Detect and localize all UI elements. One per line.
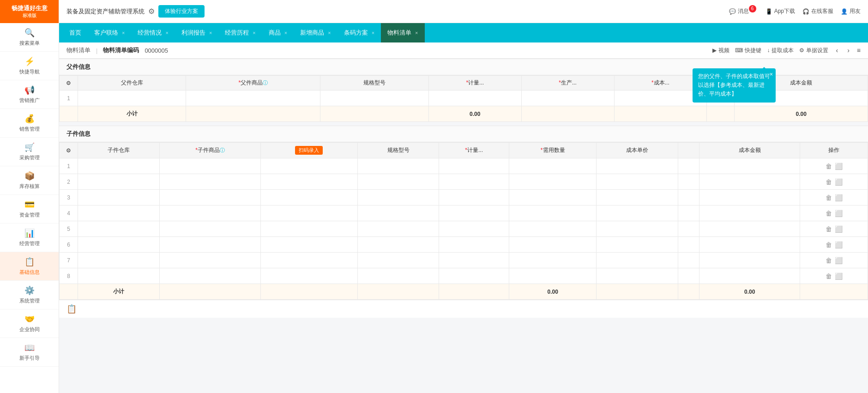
delete-icon[interactable]: 🗑 bbox=[826, 178, 832, 186]
prev-arrow[interactable]: ‹ bbox=[834, 47, 840, 54]
tab-close-1[interactable]: × bbox=[122, 30, 125, 36]
message-item[interactable]: 💬 消息 6 bbox=[729, 7, 758, 15]
delete-icon[interactable]: 🗑 bbox=[826, 257, 832, 264]
nav-tab-0[interactable]: 首页 bbox=[63, 23, 88, 42]
breadcrumb-item1[interactable]: 物料清单 bbox=[66, 46, 90, 54]
delete-icon[interactable]: 🗑 bbox=[826, 194, 832, 201]
scan-button[interactable]: 扫码录入 bbox=[295, 146, 323, 155]
child-spec-cell[interactable] bbox=[357, 158, 439, 174]
child-spec-cell[interactable] bbox=[357, 206, 439, 221]
child-unit-cell[interactable] bbox=[439, 237, 509, 253]
sidebar-item-purchase[interactable]: 🛒采购管理 bbox=[0, 138, 59, 166]
child-warehouse-cell[interactable] bbox=[78, 158, 160, 174]
sidebar-item-operation[interactable]: 📊经营管理 bbox=[0, 224, 59, 252]
gear-icon[interactable]: ⚙ bbox=[148, 7, 155, 16]
delete-icon[interactable]: 🗑 bbox=[826, 241, 832, 248]
delete-icon[interactable]: 🗑 bbox=[826, 272, 832, 280]
single-settings-btn[interactable]: ⚙ 单据设置 bbox=[799, 47, 828, 54]
bottom-icon[interactable]: 📋 bbox=[66, 304, 77, 314]
nav-tab-6[interactable]: 新增商品× bbox=[294, 23, 337, 42]
copy-icon[interactable]: ⬜ bbox=[835, 257, 843, 264]
child-warehouse-cell[interactable] bbox=[78, 206, 160, 221]
child-product-cell[interactable] bbox=[159, 158, 260, 174]
child-quantity-cell[interactable] bbox=[509, 237, 597, 253]
copy-icon[interactable]: ⬜ bbox=[835, 272, 843, 280]
nav-tab-4[interactable]: 经营历程× bbox=[218, 23, 262, 42]
child-product-cell[interactable] bbox=[159, 253, 260, 268]
next-arrow[interactable]: › bbox=[845, 47, 851, 54]
tab-close-3[interactable]: × bbox=[209, 30, 212, 36]
child-unit-cell[interactable] bbox=[439, 174, 509, 190]
nav-tab-1[interactable]: 客户联络× bbox=[88, 23, 131, 42]
nav-tab-3[interactable]: 利润报告× bbox=[175, 23, 218, 42]
app-download-item[interactable]: 📱 App下载 bbox=[766, 7, 795, 15]
child-unit-price-cell[interactable] bbox=[597, 268, 678, 284]
child-unit-cell[interactable] bbox=[439, 206, 509, 221]
child-unit-cell[interactable] bbox=[439, 221, 509, 237]
sidebar-item-finance[interactable]: 💳资金管理 bbox=[0, 195, 59, 224]
view-btn[interactable]: ▶ 视频 bbox=[712, 47, 729, 54]
child-product-cell[interactable] bbox=[159, 237, 260, 253]
child-unit-price-cell[interactable] bbox=[597, 221, 678, 237]
child-unit-price-cell[interactable] bbox=[597, 174, 678, 190]
child-spec-cell[interactable] bbox=[357, 253, 439, 268]
child-quantity-cell[interactable] bbox=[509, 174, 597, 190]
child-spec-cell[interactable] bbox=[357, 237, 439, 253]
child-quantity-cell[interactable] bbox=[509, 253, 597, 268]
copy-icon[interactable]: ⬜ bbox=[835, 194, 843, 201]
tab-close-7[interactable]: × bbox=[372, 30, 374, 36]
child-col-settings[interactable]: ⚙ bbox=[60, 143, 78, 158]
copy-icon[interactable]: ⬜ bbox=[835, 210, 843, 217]
child-product-cell[interactable] bbox=[159, 174, 260, 190]
child-quantity-cell[interactable] bbox=[509, 190, 597, 206]
tab-close-5[interactable]: × bbox=[284, 30, 287, 36]
sidebar-item-search[interactable]: 🔍搜索菜单 bbox=[0, 23, 59, 52]
child-product-cell[interactable] bbox=[159, 190, 260, 206]
nav-tab-2[interactable]: 经营情况× bbox=[131, 23, 175, 42]
child-unit-cell[interactable] bbox=[439, 158, 509, 174]
parent-col-settings[interactable]: ⚙ bbox=[60, 76, 78, 91]
child-unit-price-cell[interactable] bbox=[597, 237, 678, 253]
child-warehouse-cell[interactable] bbox=[78, 268, 160, 284]
copy-icon[interactable]: ⬜ bbox=[835, 178, 843, 186]
parent-warehouse-cell[interactable] bbox=[78, 91, 186, 106]
sidebar-item-basic[interactable]: 📋基础信息 bbox=[0, 252, 59, 281]
sidebar-item-collab[interactable]: 🤝企业协同 bbox=[0, 309, 59, 338]
trial-button[interactable]: 体验行业方案 bbox=[158, 5, 205, 18]
child-warehouse-cell[interactable] bbox=[78, 221, 160, 237]
parent-product-cell[interactable] bbox=[186, 91, 320, 106]
parent-spec-cell[interactable] bbox=[320, 91, 428, 106]
child-spec-cell[interactable] bbox=[357, 190, 439, 206]
sidebar-item-guide[interactable]: 📖新手引导 bbox=[0, 338, 59, 367]
delete-icon[interactable]: 🗑 bbox=[826, 210, 832, 217]
shortcuts-btn[interactable]: ⌨ 快捷键 bbox=[735, 47, 761, 54]
child-unit-cell[interactable] bbox=[439, 253, 509, 268]
sidebar-item-quicknav[interactable]: ⚡快捷导航 bbox=[0, 52, 59, 80]
child-spec-cell[interactable] bbox=[357, 221, 439, 237]
tab-close-4[interactable]: × bbox=[253, 30, 255, 36]
child-unit-price-cell[interactable] bbox=[597, 190, 678, 206]
tab-close-8[interactable]: × bbox=[415, 30, 418, 36]
copy-icon[interactable]: ⬜ bbox=[835, 241, 843, 248]
tab-close-6[interactable]: × bbox=[328, 30, 331, 36]
child-product-cell[interactable] bbox=[159, 206, 260, 221]
child-quantity-cell[interactable] bbox=[509, 158, 597, 174]
child-product-cell[interactable] bbox=[159, 268, 260, 284]
copy-icon[interactable]: ⬜ bbox=[835, 225, 843, 233]
nav-tab-8[interactable]: 物料清单× bbox=[381, 23, 424, 42]
child-product-cell[interactable] bbox=[159, 221, 260, 237]
child-unit-price-cell[interactable] bbox=[597, 158, 678, 174]
tooltip-close[interactable]: × bbox=[770, 70, 773, 79]
copy-icon[interactable]: ⬜ bbox=[835, 163, 843, 170]
child-spec-cell[interactable] bbox=[357, 268, 439, 284]
child-quantity-cell[interactable] bbox=[509, 221, 597, 237]
delete-icon[interactable]: 🗑 bbox=[826, 225, 832, 233]
child-warehouse-cell[interactable] bbox=[78, 253, 160, 268]
child-warehouse-cell[interactable] bbox=[78, 237, 160, 253]
sidebar-item-marketing[interactable]: 📢营销推广 bbox=[0, 80, 59, 109]
child-quantity-cell[interactable] bbox=[509, 268, 597, 284]
child-unit-cell[interactable] bbox=[439, 190, 509, 206]
child-unit-cell[interactable] bbox=[439, 268, 509, 284]
child-unit-price-cell[interactable] bbox=[597, 206, 678, 221]
extract-cost-btn[interactable]: ↓ 提取成本 bbox=[767, 47, 794, 54]
